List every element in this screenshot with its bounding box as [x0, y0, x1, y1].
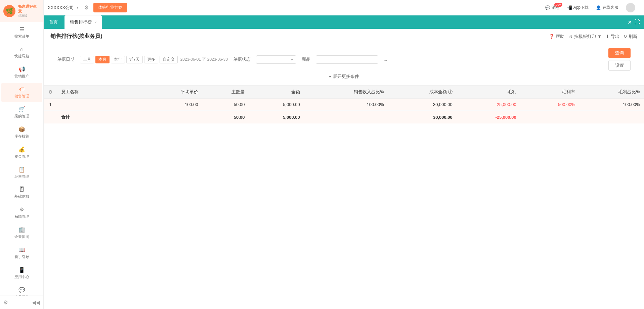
sidebar-item-quicknav[interactable]: ⌂ 快捷导航: [1, 43, 42, 62]
company-selector[interactable]: XXXXXX公司 ▼: [48, 5, 79, 11]
sidebar-item-appstore[interactable]: 📱 应用中心: [1, 263, 42, 283]
table-body: 1 100.00 50.00 5,000.00 100.00% 30,000.0…: [44, 99, 644, 111]
collapse-icon[interactable]: ◀◀: [32, 299, 40, 306]
th-profit: 毛利: [457, 86, 520, 99]
sidebar-item-label: 快捷导航: [14, 54, 29, 59]
operations-icon: 📋: [18, 166, 25, 173]
th-cost: 成本全额 ⓘ: [388, 86, 457, 99]
sidebar-footer: ⚙ ◀◀: [0, 296, 43, 309]
goods-input[interactable]: [316, 55, 378, 64]
service-label: 在线客服: [602, 5, 618, 10]
refresh-label: 刷新: [629, 34, 637, 40]
th-amount: 全额: [249, 86, 304, 99]
sidebar-item-label: 采购管理: [14, 114, 29, 119]
sidebar: 🌿 畅康通好生意 标准版 ☰ 搜索菜单 ⌂ 快捷导航 📢 营销推广 🏷 销售管理…: [0, 0, 44, 309]
date-btn-more[interactable]: 更多: [144, 56, 158, 63]
date-btn-7days[interactable]: 近7天: [126, 56, 143, 63]
tfoot-empty1: [44, 111, 57, 124]
td-rank: 1: [44, 99, 57, 111]
sidebar-item-wechat[interactable]: 💬 企业微信: [1, 284, 42, 296]
sidebar-item-sales[interactable]: 🏷 销售管理: [1, 83, 42, 102]
tabbar: 首页 销售排行榜 × ✕ ⛶: [44, 15, 644, 29]
sidebar-item-marketing[interactable]: 📢 营销推广: [1, 63, 42, 82]
sidebar-item-basic[interactable]: 🗄 基础信息: [1, 183, 42, 202]
status-select[interactable]: [256, 55, 296, 64]
export-icon: ⬇: [606, 34, 609, 39]
sidebar-item-label: 基础信息: [14, 194, 29, 199]
trial-button[interactable]: 体验行业方案: [93, 3, 127, 12]
sidebar-item-system[interactable]: ⚙ 系统管理: [1, 203, 42, 222]
tab-sales-ranking[interactable]: 销售排行榜 ×: [65, 15, 102, 29]
tfoot-profit: -25,000.00: [457, 111, 520, 124]
td-profit-pct: 100.00%: [579, 99, 644, 111]
app-download-button[interactable]: 📲 App下载: [567, 5, 589, 10]
tfoot-profit-rate: [520, 111, 579, 124]
date-btn-this-month[interactable]: 本月: [95, 56, 110, 63]
system-icon: ⚙: [19, 206, 24, 213]
tfoot-profit-pct: [579, 111, 644, 124]
tfoot-avg-price: [146, 111, 202, 124]
tab-close-icon[interactable]: ×: [94, 20, 96, 24]
date-btn-custom[interactable]: 自定义: [160, 56, 178, 63]
query-button[interactable]: 查询: [608, 48, 631, 58]
td-avg-price: 100.00: [146, 99, 202, 111]
online-service-button[interactable]: 👤 在线客服: [596, 5, 618, 10]
td-sales-pct: 100.00%: [304, 99, 388, 111]
settings-button[interactable]: 设置: [608, 60, 631, 71]
sidebar-item-label: 库存核算: [14, 134, 29, 139]
topbar-settings-icon[interactable]: ⚙: [84, 4, 89, 11]
page-header: 销售排行榜(按业务员) ❓ 帮助 🖨 按模板打印 ▼ ⬇ 导出: [44, 29, 644, 86]
th-settings[interactable]: ⚙: [44, 86, 57, 99]
filter-more-link[interactable]: ...: [384, 57, 387, 62]
td-cost: 30,000.00: [388, 99, 457, 111]
th-avg-price: 平均单价: [146, 86, 202, 99]
tab-home-label: 首页: [49, 19, 58, 25]
tfoot-label: 合计: [57, 111, 146, 124]
sidebar-item-operations[interactable]: 📋 经营管理: [1, 163, 42, 183]
expand-more-label: 展开更多条件: [333, 73, 359, 80]
sidebar-nav: ☰ 搜索菜单 ⌂ 快捷导航 📢 营销推广 🏷 销售管理 🛒 采购管理 📦 库存核…: [0, 22, 43, 296]
tabbar-expand-icon[interactable]: ⛶: [635, 19, 640, 25]
appstore-icon: 📱: [18, 267, 25, 273]
sidebar-item-finance[interactable]: 💰 资金管理: [1, 143, 42, 162]
company-name: XXXXXX公司: [48, 5, 74, 11]
message-button[interactable]: 💬 消息 99+: [545, 5, 560, 10]
settings-footer-icon[interactable]: ⚙: [3, 299, 8, 306]
td-qty: 50.00: [202, 99, 249, 111]
help-button[interactable]: ❓ 帮助: [549, 34, 564, 40]
sidebar-item-guide[interactable]: 📖 新手引导: [1, 243, 42, 263]
sidebar-item-purchase[interactable]: 🛒 采购管理: [1, 103, 42, 122]
page-content: 销售排行榜(按业务员) ❓ 帮助 🖨 按模板打印 ▼ ⬇ 导出: [44, 29, 644, 309]
user-avatar[interactable]: [626, 3, 635, 12]
table-header-row: ⚙ 员工名称 平均单价 主数量 全额 销售收入占比% 成本全额 ⓘ 毛利 毛利率…: [44, 86, 644, 99]
sidebar-item-label: 新手引导: [14, 254, 29, 259]
table-footer: 合计 50.00 5,000.00 30,000.00 -25,000.00: [44, 111, 644, 124]
message-badge: 99+: [554, 3, 562, 7]
expand-more-icon: ▼: [329, 75, 332, 79]
tabbar-close-icon[interactable]: ✕: [628, 19, 632, 25]
sidebar-item-search[interactable]: ☰ 搜索菜单: [1, 23, 42, 42]
basic-icon: 🗄: [19, 187, 25, 193]
sidebar-item-inventory[interactable]: 📦 库存核算: [1, 123, 42, 142]
app-download-icon: 📲: [567, 5, 572, 10]
expand-more-button[interactable]: ▼ 展开更多条件: [57, 71, 631, 81]
message-icon: 💬: [545, 5, 550, 10]
sales-ranking-table: ⚙ 员工名称 平均单价 主数量 全额 销售收入占比% 成本全额 ⓘ 毛利 毛利率…: [44, 86, 644, 123]
print-label: 按模板打印: [574, 34, 596, 40]
sales-icon: 🏷: [19, 86, 25, 92]
th-qty: 主数量: [202, 86, 249, 99]
date-btn-this-year[interactable]: 本年: [111, 56, 125, 63]
export-label: 导出: [611, 34, 619, 40]
refresh-button[interactable]: ↻ 刷新: [624, 34, 637, 40]
tab-sales-ranking-label: 销售排行榜: [70, 19, 92, 25]
th-employee-name: 员工名称: [57, 86, 146, 99]
tfoot-qty: 50.00: [202, 111, 249, 124]
export-button[interactable]: ⬇ 导出: [606, 34, 619, 40]
help-icon: ❓: [549, 34, 554, 39]
logo-badge: 标准版: [18, 14, 40, 18]
sidebar-logo: 🌿 畅康通好生意 标准版: [0, 0, 43, 22]
print-button[interactable]: 🖨 按模板打印 ▼: [568, 34, 602, 40]
date-btn-last-month[interactable]: 上月: [80, 56, 94, 63]
tab-home[interactable]: 首页: [44, 15, 63, 29]
sidebar-item-enterprise[interactable]: 🏢 企业协同: [1, 223, 42, 243]
